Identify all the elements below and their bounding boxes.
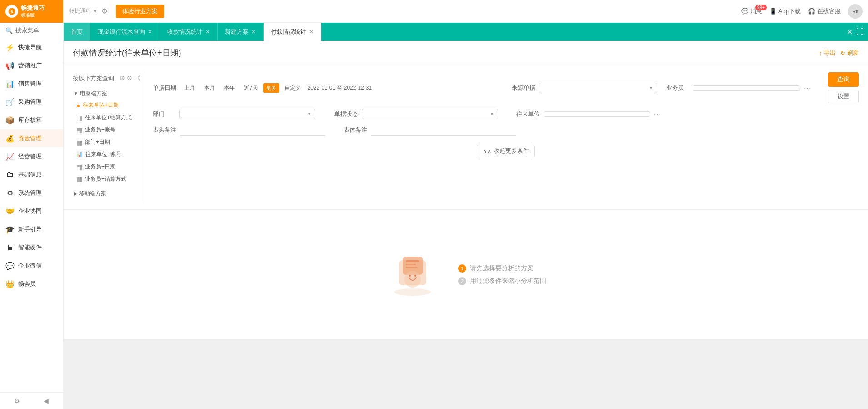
tab-home[interactable]: 首页 [64, 23, 90, 41]
tab-receipt-stats-close[interactable]: ✕ [205, 29, 210, 35]
topbar-gear-icon[interactable]: ⚙ [101, 7, 108, 15]
scheme-item-label-partner-date: 往来单位+日期 [83, 101, 119, 109]
collapse-scheme-button[interactable]: 《 [134, 74, 140, 82]
voucher-status-select[interactable]: ▾ [362, 109, 498, 119]
date-7days[interactable]: 近7天 [240, 82, 262, 94]
sidebar-item-sales[interactable]: 📊 销售管理 [0, 75, 63, 93]
header-remark-input[interactable] [180, 125, 325, 136]
tab-receipt-stats-label: 收款情况统计 [167, 28, 203, 36]
app-download-button[interactable]: 📱 App下载 [769, 7, 801, 15]
collapse-sidebar-button[interactable]: ◀ [34, 397, 59, 404]
date-label: 单据日期 [153, 84, 176, 92]
search-icon: 🔍 [5, 27, 13, 34]
source-label: 来源单据 [512, 84, 535, 92]
filter-row-3: 表头备注 表体备注 [153, 125, 859, 136]
logo-icon: 6 [5, 5, 18, 18]
manage-scheme-button[interactable]: ⊙ [127, 74, 132, 82]
tab-new-scheme[interactable]: 新建方案 ✕ [218, 23, 264, 41]
filter-action-btns: 查询 设置 [828, 72, 859, 103]
topbar-right: 💬 消息 99+ 📱 App下载 🎧 在线客服 Rit [741, 4, 863, 19]
tab-new-scheme-close[interactable]: ✕ [251, 29, 256, 35]
tab-payment-stats-close[interactable]: ✕ [309, 29, 314, 35]
tab-receipt-stats[interactable]: 收款情况统计 ✕ [160, 23, 218, 41]
query-button[interactable]: 查询 [828, 72, 859, 87]
search-menu[interactable]: 🔍 搜索菜单 [0, 23, 63, 38]
date-more[interactable]: 更多 [263, 83, 279, 93]
scheme-item-partner-settle[interactable]: ▦ 往来单位+结算方式 [73, 111, 140, 124]
main-content: 畅捷通巧 ▾ ⚙ 体验行业方案 💬 消息 99+ 📱 App下载 🎧 在线客服 … [64, 0, 868, 409]
tab-payment-stats[interactable]: 付款情况统计 ✕ [264, 23, 321, 41]
pc-group-label: 电脑端方案 [80, 90, 107, 97]
page-title: 付款情况统计(往来单位+日期) [73, 47, 819, 58]
date-this-year[interactable]: 本年 [220, 82, 239, 94]
sidebar-bottom: ⚙ ◀ [0, 392, 63, 409]
settings-icon: ⚙ [14, 397, 20, 404]
source-select[interactable]: ▾ [539, 83, 657, 93]
trial-button[interactable]: 体验行业方案 [116, 5, 164, 18]
partner-label: 往来单位 [516, 110, 540, 118]
close-tab-icon[interactable]: ✕ [847, 28, 853, 36]
sidebar-item-basic[interactable]: 🗂 基础信息 [0, 166, 63, 184]
sidebar-item-purchase[interactable]: 🛒 采购管理 [0, 93, 63, 111]
partner-select[interactable] [544, 111, 650, 117]
pc-group-title[interactable]: ▼ 电脑端方案 [73, 88, 140, 99]
online-service-button[interactable]: 🎧 在线客服 [808, 7, 841, 15]
sidebar-item-marketing[interactable]: 📢 营销推广 [0, 56, 63, 75]
basic-icon: 🗂 [5, 170, 15, 179]
sidebar-item-wechat[interactable]: 💬 企业微信 [0, 257, 63, 275]
scheme-item-label-staff-settle: 业务员+结算方式 [85, 175, 126, 183]
date-custom[interactable]: 自定义 [280, 82, 305, 94]
pc-group-arrow: ▼ [74, 91, 78, 96]
sidebar-item-operations[interactable]: 📈 经营管理 [0, 147, 63, 166]
export-button[interactable]: ↑ 导出 [819, 49, 836, 57]
settings-button[interactable]: ⚙ [5, 397, 30, 404]
sidebar-item-guide[interactable]: 🎓 新手引导 [0, 220, 63, 238]
finance-icon: 💰 [5, 134, 15, 143]
staff-more-icon[interactable]: ··· [804, 85, 812, 91]
user-avatar[interactable]: Rit [848, 4, 863, 19]
expand-tab-icon[interactable]: ⛶ [856, 28, 863, 36]
dept-select[interactable]: ▾ [179, 109, 315, 119]
settings-button[interactable]: 设置 [828, 90, 859, 103]
scheme-item-partner-account[interactable]: 📊 往来单位+账号 [73, 148, 140, 161]
empty-tip-2-text: 用过滤条件来缩小分析范围 [470, 277, 546, 285]
export-label: 导出 [824, 49, 836, 57]
tab-bank-flow[interactable]: 现金银行流水查询 ✕ [90, 23, 160, 41]
staff-select[interactable] [693, 85, 800, 91]
refresh-button[interactable]: ↻ 刷新 [840, 49, 859, 57]
scheme-item-staff-account[interactable]: ▦ 业务员+账号 [73, 124, 140, 136]
sidebar-item-label: 畅会员 [18, 280, 36, 288]
sidebar-item-label: 经营管理 [18, 152, 42, 161]
tab-bank-flow-close[interactable]: ✕ [148, 29, 152, 35]
topbar-chevron-icon[interactable]: ▾ [94, 8, 97, 15]
collapse-btn-row: ∧∧ 收起更多条件 [153, 141, 859, 159]
date-this-month[interactable]: 本月 [200, 82, 219, 94]
sidebar-item-quick-nav[interactable]: ⚡ 快捷导航 [0, 38, 63, 56]
scheme-item-partner-date[interactable]: ● 往来单位+日期 [73, 99, 140, 111]
topbar: 畅捷通巧 ▾ ⚙ 体验行业方案 💬 消息 99+ 📱 App下载 🎧 在线客服 … [64, 0, 868, 23]
collapse-conditions-button[interactable]: ∧∧ 收起更多条件 [477, 145, 535, 157]
sidebar-item-member[interactable]: 👑 畅会员 [0, 275, 63, 293]
add-scheme-button[interactable]: ⊕ [120, 74, 125, 82]
sidebar-item-cooperation[interactable]: 🤝 企业协同 [0, 202, 63, 220]
sidebar-item-inventory[interactable]: 📦 库存核算 [0, 111, 63, 129]
filter-field-date: 单据日期 上月 本月 本年 近7天 更多 自定义 2022-01-01 至 20… [153, 82, 503, 94]
sidebar-item-system[interactable]: ⚙ 系统管理 [0, 184, 63, 202]
sidebar-item-hardware[interactable]: 🖥 智能硬件 [0, 238, 63, 257]
sidebar-item-finance[interactable]: 💰 资金管理 [0, 129, 63, 147]
scheme-item-staff-settle[interactable]: ▦ 业务员+结算方式 [73, 173, 140, 185]
user-text: Rit [852, 9, 858, 14]
message-button[interactable]: 💬 消息 99+ [741, 7, 762, 15]
partner-more-icon[interactable]: ··· [654, 111, 662, 117]
body-remark-input[interactable] [371, 125, 516, 136]
tab-new-scheme-label: 新建方案 [225, 28, 249, 36]
mobile-group-title[interactable]: ▶ 移动端方案 [73, 188, 140, 199]
app-download-label: App下载 [778, 7, 801, 15]
sidebar-item-label: 基础信息 [18, 171, 42, 179]
scheme-item-dept-date[interactable]: ▦ 部门+日期 [73, 136, 140, 148]
export-icon: ↑ [819, 50, 823, 56]
scheme-item-staff-date[interactable]: ▦ 业务员+日期 [73, 161, 140, 173]
scheme-item-icon-dept-date: ▦ [76, 139, 82, 146]
guide-icon: 🎓 [5, 225, 15, 234]
date-last-month[interactable]: 上月 [180, 82, 199, 94]
